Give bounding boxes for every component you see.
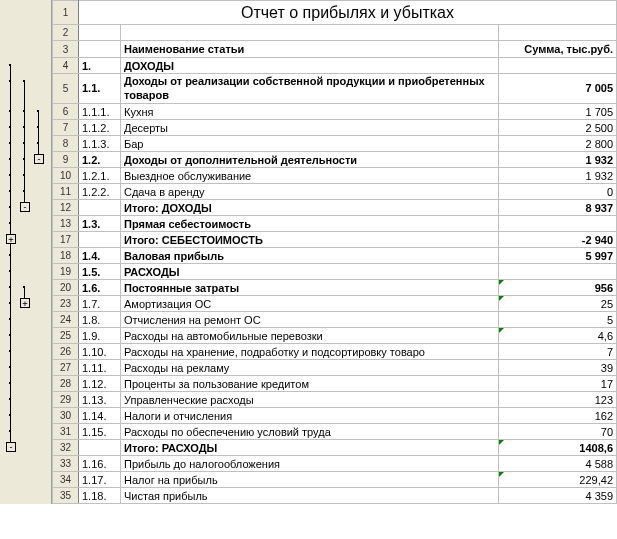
outline-dot <box>9 110 11 112</box>
outline-dot <box>9 286 11 288</box>
row-header[interactable]: 20 <box>53 280 79 296</box>
item-number: 1.6. <box>79 280 121 296</box>
row-header[interactable]: 6 <box>53 104 79 120</box>
outline-dot <box>23 190 25 192</box>
outline-dot <box>37 126 39 128</box>
outline-dot <box>9 158 11 160</box>
table-row: 331.16.Прибыль до налогообложения4 588 <box>53 456 617 472</box>
item-name: Доходы от реализации собственной продукц… <box>121 74 499 104</box>
row-header[interactable]: 5 <box>53 74 79 104</box>
row-header[interactable]: 3 <box>53 41 79 58</box>
item-value <box>499 216 617 232</box>
item-name: Проценты за пользование кредитом <box>121 376 499 392</box>
outline-collapse-button[interactable]: - <box>20 202 30 212</box>
item-number: 1.1. <box>79 74 121 104</box>
cell <box>499 25 617 41</box>
cell <box>79 25 121 41</box>
item-number: 1.13. <box>79 392 121 408</box>
pl-table: 1Отчет о прибылях и убытках23Наименовани… <box>52 0 617 504</box>
table-row: 231.7.Амортизация ОС25 <box>53 296 617 312</box>
row-header[interactable]: 23 <box>53 296 79 312</box>
item-name: Бар <box>121 136 499 152</box>
item-value: 1408,6 <box>499 440 617 456</box>
item-name: Расходы на рекламу <box>121 360 499 376</box>
outline-collapse-button[interactable]: - <box>6 442 16 452</box>
table-row: 241.8.Отчисления на ремонт ОС5 <box>53 312 617 328</box>
outline-dot <box>23 110 25 112</box>
item-name: Итого: РАСХОДЫ <box>121 440 499 456</box>
row-header[interactable]: 7 <box>53 120 79 136</box>
item-value: 956 <box>499 280 617 296</box>
row-header[interactable]: 25 <box>53 328 79 344</box>
item-name: Чистая прибыль <box>121 488 499 504</box>
item-value: 5 997 <box>499 248 617 264</box>
item-number: 1.12. <box>79 376 121 392</box>
row-header[interactable]: 24 <box>53 312 79 328</box>
table-row: 131.3.Прямая себестоимость <box>53 216 617 232</box>
table-row: 61.1.1.Кухня1 705 <box>53 104 617 120</box>
item-name: Постоянные затраты <box>121 280 499 296</box>
outline-dot <box>23 158 25 160</box>
item-value: 1 705 <box>499 104 617 120</box>
table-row: 341.17.Налог на прибыль229,42 <box>53 472 617 488</box>
outline-dot <box>9 270 11 272</box>
row-header[interactable]: 9 <box>53 152 79 168</box>
row-header[interactable]: 8 <box>53 136 79 152</box>
row-header[interactable]: 18 <box>53 248 79 264</box>
table-row: 301.14.Налоги и отчисления162 <box>53 408 617 424</box>
outline-dot <box>9 174 11 176</box>
outline-dot <box>9 142 11 144</box>
item-value: 4,6 <box>499 328 617 344</box>
row-header[interactable]: 30 <box>53 408 79 424</box>
item-number: 1.11. <box>79 360 121 376</box>
row-header[interactable]: 17 <box>53 232 79 248</box>
row-header[interactable]: 1 <box>53 1 79 25</box>
row-header[interactable]: 28 <box>53 376 79 392</box>
row-header[interactable]: 35 <box>53 488 79 504</box>
item-value: 70 <box>499 424 617 440</box>
item-name: Доходы от дополнительной деятельности <box>121 152 499 168</box>
row-header[interactable]: 33 <box>53 456 79 472</box>
cell <box>121 25 499 41</box>
outline-dot <box>9 126 11 128</box>
table-row: 51.1.Доходы от реализации собственной пр… <box>53 74 617 104</box>
outline-dot <box>23 80 25 82</box>
table-row: 351.18.Чистая прибыль4 359 <box>53 488 617 504</box>
row-header[interactable]: 19 <box>53 264 79 280</box>
table-row: 1Отчет о прибылях и убытках <box>53 1 617 25</box>
outline-dot <box>37 110 39 112</box>
row-header[interactable]: 4 <box>53 58 79 74</box>
row-header[interactable]: 29 <box>53 392 79 408</box>
item-number: 1.10. <box>79 344 121 360</box>
row-header[interactable]: 12 <box>53 200 79 216</box>
item-number: 1.2. <box>79 152 121 168</box>
item-number: 1.7. <box>79 296 121 312</box>
item-name: Итого: СЕБЕСТОИМОСТЬ <box>121 232 499 248</box>
col-header-amount: Сумма, тыс.руб. <box>499 41 617 58</box>
item-value: 7 <box>499 344 617 360</box>
outline-expand-button[interactable]: + <box>6 234 16 244</box>
row-header[interactable]: 34 <box>53 472 79 488</box>
item-value: 229,42 <box>499 472 617 488</box>
item-value: 123 <box>499 392 617 408</box>
item-number: 1.5. <box>79 264 121 280</box>
row-header[interactable]: 31 <box>53 424 79 440</box>
item-number: 1.1.2. <box>79 120 121 136</box>
row-header[interactable]: 2 <box>53 25 79 41</box>
outline-dot <box>9 398 11 400</box>
outline-dot <box>9 318 11 320</box>
row-header[interactable]: 13 <box>53 216 79 232</box>
outline-collapse-button[interactable]: - <box>34 154 44 164</box>
outline-gutter: --++- <box>0 0 52 504</box>
row-header[interactable]: 32 <box>53 440 79 456</box>
row-header[interactable]: 27 <box>53 360 79 376</box>
item-name: Итого: ДОХОДЫ <box>121 200 499 216</box>
table-row: 311.15.Расходы по обеспечению условий тр… <box>53 424 617 440</box>
table-row: 32Итого: РАСХОДЫ1408,6 <box>53 440 617 456</box>
outline-dot <box>9 80 11 82</box>
row-header[interactable]: 11 <box>53 184 79 200</box>
outline-expand-button[interactable]: + <box>20 298 30 308</box>
table-row: 91.2.Доходы от дополнительной деятельнос… <box>53 152 617 168</box>
row-header[interactable]: 26 <box>53 344 79 360</box>
row-header[interactable]: 10 <box>53 168 79 184</box>
